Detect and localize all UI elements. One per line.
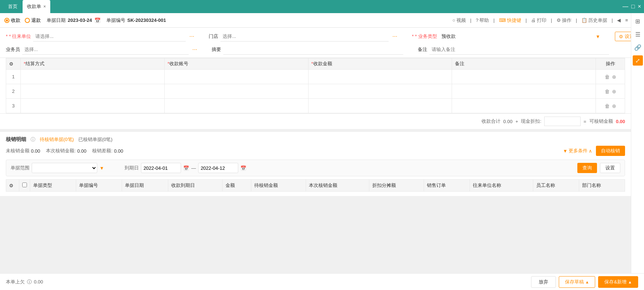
writeoff-stats: 未核销金额 0.00 本次核销金额: 0.00 核销差额: 0.00 ▼ 更多条… — [6, 146, 625, 156]
business-type-dropdown-icon[interactable]: ▼ — [596, 34, 600, 39]
save-new-button[interactable]: 保存&新增 ▲ — [598, 276, 638, 288]
row1-notes-input[interactable] — [452, 70, 596, 84]
due-date-end-input[interactable] — [198, 163, 238, 173]
start-calendar-icon[interactable]: 📅 — [183, 165, 189, 171]
summary-input[interactable] — [223, 44, 403, 55]
chevron-up-icon: ∧ — [589, 148, 592, 154]
calendar-icon[interactable]: 📅 — [94, 17, 101, 23]
row1-amount-input[interactable] — [309, 70, 452, 84]
wo-checkbox-th[interactable] — [19, 180, 30, 192]
row2-notes[interactable] — [452, 84, 596, 99]
help-btn[interactable]: ? 帮助 — [476, 17, 489, 24]
number-value: SK-20230324-001 — [127, 17, 166, 23]
row3-notes[interactable] — [452, 99, 596, 113]
store-more-icon[interactable]: ··· — [392, 33, 397, 40]
row1-settlement[interactable] — [21, 70, 165, 84]
tab-active-receipt[interactable]: 收款单 × — [23, 0, 50, 13]
row3-settlement[interactable] — [21, 99, 165, 113]
row1-copy-icon[interactable]: ⊕ — [612, 74, 616, 80]
more-conditions-btn[interactable]: ▼ 更多条件 ∧ — [563, 148, 592, 154]
sidebar-expand-icon[interactable]: ⤢ — [633, 55, 643, 66]
save-draft-button[interactable]: 保存草稿 ▲ — [559, 276, 596, 288]
store-input[interactable] — [220, 31, 389, 42]
radio-receipt[interactable]: 收款 — [4, 17, 20, 24]
row2-notes-input[interactable] — [452, 84, 596, 98]
row2-delete-icon[interactable]: 🗑 — [605, 89, 610, 94]
prev-icon[interactable]: ◀ — [617, 17, 621, 23]
discount-label: 现金折扣: — [521, 118, 541, 125]
row2-amount[interactable] — [308, 84, 452, 99]
col-settlement-header: *结算方式 — [21, 58, 165, 70]
nav-menu-icon[interactable]: ≡ — [625, 17, 628, 23]
row3-amount-input[interactable] — [309, 99, 452, 113]
row1-account[interactable] — [164, 70, 308, 84]
row2-copy-icon[interactable]: ⊕ — [612, 89, 616, 94]
range-dropdown-icon[interactable]: ▼ — [99, 165, 104, 171]
radio-refund[interactable]: 退款 — [25, 17, 41, 24]
date-label: 单据日期 — [47, 17, 66, 24]
row3-delete-icon[interactable]: 🗑 — [605, 103, 610, 109]
writeoff-info-icon[interactable]: ⓘ — [31, 136, 35, 143]
sidebar-link-icon[interactable]: 🔗 — [633, 42, 643, 52]
pending-tab[interactable]: 待核销单据(0笔) — [40, 136, 74, 143]
row2-account[interactable] — [164, 84, 308, 99]
row1-delete-icon[interactable]: 🗑 — [605, 74, 610, 80]
sidebar-list-icon[interactable]: ☰ — [633, 29, 643, 39]
date-separator: — — [191, 165, 196, 171]
row3-account-input[interactable] — [165, 99, 308, 113]
auto-writeoff-button[interactable]: 自动核销 — [596, 146, 625, 156]
discard-button[interactable]: 放弃 — [531, 276, 556, 288]
row3-amount[interactable] — [308, 99, 452, 113]
number-field: 单据编号 SK-20230324-001 — [106, 17, 166, 24]
row1-amount[interactable] — [308, 70, 452, 84]
table-settings-th[interactable]: ⚙ — [6, 58, 21, 70]
wo-gear-th[interactable]: ⚙ — [6, 180, 19, 192]
range-select[interactable] — [32, 163, 97, 173]
row1-account-input[interactable] — [165, 70, 308, 84]
date-value[interactable]: 2023-03-24 — [68, 17, 92, 23]
writeoff-settings-button[interactable]: 设置 — [600, 163, 620, 173]
close-window-icon[interactable]: × — [638, 3, 641, 10]
query-button[interactable]: 查询 — [577, 163, 597, 173]
row-num-1: 1 — [6, 70, 21, 84]
notes-input[interactable] — [429, 44, 609, 55]
tab-close-icon[interactable]: × — [43, 4, 46, 9]
range-label: 单据范围 — [11, 165, 30, 171]
sidebar-table-icon[interactable]: ⊞ — [633, 16, 643, 26]
row1-notes[interactable] — [452, 70, 596, 84]
operations-btn[interactable]: ⚙ 操作 — [557, 17, 572, 24]
row-num-2: 2 — [6, 84, 21, 99]
end-calendar-icon[interactable]: 📅 — [240, 165, 246, 171]
carry-forward-area: 本单上欠 ⓘ 0.00 — [6, 279, 43, 285]
history-btn[interactable]: 📋 历史单据 — [581, 17, 607, 24]
wo-select-all-checkbox[interactable] — [22, 183, 27, 187]
maximize-icon[interactable]: □ — [631, 3, 635, 10]
row2-settlement[interactable] — [21, 84, 165, 99]
minimize-icon[interactable]: — — [623, 3, 628, 10]
diff-amount: 核销差额: 0.00 — [92, 148, 123, 154]
discount-input[interactable] — [544, 117, 581, 126]
counterpart-input[interactable] — [33, 31, 186, 42]
row3-copy-icon[interactable]: ⊕ — [612, 103, 616, 109]
salesperson-input[interactable] — [22, 44, 189, 55]
done-tab[interactable]: 已核销单据(0笔) — [78, 136, 113, 143]
col-actions-header: 操作 — [596, 58, 625, 70]
video-btn[interactable]: ○ 视频 — [452, 17, 466, 24]
carry-forward-info-icon[interactable]: ⓘ — [27, 279, 32, 285]
row3-notes-input[interactable] — [452, 99, 596, 113]
salesperson-more-icon[interactable]: ··· — [192, 46, 197, 53]
row2-amount-input[interactable] — [309, 84, 452, 98]
row1-settlement-input[interactable] — [21, 70, 164, 84]
print-btn[interactable]: 🖨 打印 — [531, 17, 546, 24]
receipt-table-area: ⚙ *结算方式 *收款账号 *收款金额 备注 操作 1 🗑 ⊕ — [0, 58, 644, 113]
due-date-start-input[interactable] — [141, 163, 181, 173]
row2-account-input[interactable] — [165, 84, 308, 98]
shortcut-btn[interactable]: ⌨ 快捷键 — [499, 17, 521, 24]
home-tab-label: 首页 — [8, 3, 17, 10]
counterpart-more-icon[interactable]: ··· — [189, 33, 194, 40]
salesperson-label: 业务员 — [6, 46, 20, 53]
tab-home[interactable]: 首页 — [3, 0, 23, 13]
row3-account[interactable] — [164, 99, 308, 113]
row2-settlement-input[interactable] — [21, 84, 164, 98]
row3-settlement-input[interactable] — [21, 99, 164, 113]
